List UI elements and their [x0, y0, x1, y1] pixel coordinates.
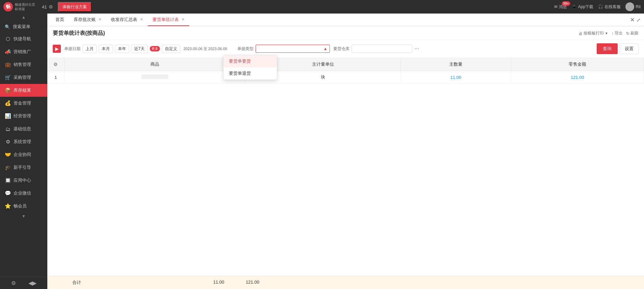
filter-type-wrapper: ▲ — [256, 45, 330, 53]
inventory-icon: 📦 — [5, 87, 11, 93]
sidebar-scroll-up[interactable]: ▲ — [0, 14, 47, 21]
tab-batch[interactable]: 库存批次账 ✕ — [69, 14, 106, 26]
table-gear-icon[interactable]: ⚙ — [53, 62, 58, 67]
tab-home[interactable]: 首页 — [51, 14, 69, 26]
dropdown-item-order[interactable]: 要货单要货 — [223, 55, 277, 67]
online-service-btn[interactable]: 🎧 在线客服 — [598, 4, 621, 10]
wechat-icon: 💬 — [5, 190, 11, 196]
printer-icon: 🖨 — [578, 31, 582, 36]
page-title-bar: 要货单统计表(按商品) 🖨 按模板打印 ▼ ↑ 导出 ↻ 刷新 — [47, 26, 644, 40]
footer-total-quantity: 11.00 — [204, 280, 234, 286]
user-avatar[interactable]: Rit — [625, 2, 641, 11]
tab-summary-close[interactable]: ✕ — [140, 17, 143, 22]
avatar — [625, 2, 634, 11]
tab-order-stats-close[interactable]: ✕ — [182, 17, 185, 22]
data-table: ⚙ 商品 主计量单位 主数量 零售金额 1 — [47, 58, 644, 84]
sidebar-bottom: ⚙ ◀▶ — [0, 277, 47, 289]
filter-custom-btn[interactable]: 自定义 — [162, 45, 180, 53]
tab-bar-expand-icon[interactable]: ⤢ — [637, 17, 641, 23]
sidebar-item-wechat[interactable]: 💬 企业微信 — [0, 187, 47, 200]
type-dropdown: 要货单要货 要货单退货 — [223, 55, 277, 80]
filter-7days-btn[interactable]: 近7天 — [131, 45, 148, 53]
print-template-btn[interactable]: 🖨 按模板打印 ▼ — [578, 30, 608, 36]
sidebar-item-apps[interactable]: 🔲 应用中心 — [0, 174, 47, 187]
export-icon: ↑ — [612, 31, 614, 36]
sidebar-item-guide[interactable]: 🎓 新手引导 — [0, 161, 47, 174]
sidebar-item-member[interactable]: ⭐ 畅会员 — [0, 200, 47, 213]
footer-cells: 合计 11.00 121.00 — [51, 280, 640, 286]
tab-batch-close[interactable]: ✕ — [98, 17, 101, 22]
cell-quantity: 11.00 — [401, 71, 511, 84]
sidebar-item-finance[interactable]: 💰 资金管理 — [0, 97, 47, 110]
cell-product — [64, 71, 245, 84]
page-area: 要货单统计表(按商品) 🖨 按模板打印 ▼ ↑ 导出 ↻ 刷新 — [47, 26, 644, 289]
filter-warehouse-label: 要货仓库 — [333, 46, 350, 52]
col-product: 商品 — [64, 58, 245, 71]
app-download-btn[interactable]: 📱 App下载 — [572, 4, 593, 10]
sidebar-item-system[interactable]: ⚙ 系统管理 — [0, 135, 47, 148]
sidebar-item-quick-nav[interactable]: ⬡ 快捷导航 — [0, 32, 47, 45]
filter-this-month-btn[interactable]: 本月 — [99, 45, 113, 53]
tab-order-stats[interactable]: 要货单统计表 ✕ — [148, 14, 189, 26]
sidebar-scroll-down[interactable]: ▼ — [0, 213, 47, 220]
sidebar-item-purchase[interactable]: 🛒 采购管理 — [0, 71, 47, 84]
tab-summary[interactable]: 收发存汇总表 ✕ — [106, 14, 148, 26]
sidebar-item-sales[interactable]: 💼 销售管理 — [0, 58, 47, 71]
refresh-icon: ↻ — [626, 31, 629, 36]
filter-more-btn[interactable]: ··· — [414, 46, 419, 52]
filter-last-month-btn[interactable]: 上月 — [82, 45, 97, 53]
sidebar-search[interactable]: 🔍 搜索菜单 — [0, 21, 47, 32]
col-quantity: 主数量 — [401, 58, 511, 71]
quick-nav-icon: ⬡ — [5, 36, 11, 42]
system-icon: ⚙ — [5, 139, 11, 145]
table-header-row: ⚙ 商品 主计量单位 主数量 零售金额 — [47, 58, 644, 71]
filter-warehouse-input[interactable] — [352, 45, 412, 53]
settings-btn[interactable]: 设置 — [620, 43, 639, 54]
top-header-right: ✉ 消息 99+ 📱 App下载 🎧 在线客服 Rit — [554, 2, 641, 11]
quantity-link[interactable]: 11.00 — [450, 75, 461, 80]
tab-bar-close-icon[interactable]: ✕ — [630, 17, 635, 23]
filter-more-date-badge[interactable]: 更多 — [150, 46, 160, 51]
finance-icon: 💰 — [5, 100, 11, 106]
filter-expand-btn[interactable]: ▶ — [53, 45, 61, 53]
table-row: 1 块 11.00 121.00 — [47, 71, 644, 84]
sidebar: ▲ 🔍 搜索菜单 ⬡ 快捷导航 📣 营销推广 💼 销售管理 🛒 采购管理 📦 库… — [0, 14, 47, 289]
filter-date-range-section: 2023-05-06 至 2023-06-06 — [184, 46, 228, 51]
export-btn[interactable]: ↑ 导出 — [612, 30, 623, 36]
amount-link[interactable]: 121.00 — [571, 75, 584, 80]
sidebar-item-inventory[interactable]: 📦 库存核算 — [0, 84, 47, 97]
sidebar-toggle-icon[interactable]: ◀▶ — [28, 280, 37, 286]
trial-btn[interactable]: 体验行业方案 — [58, 2, 92, 12]
member-icon: ⭐ — [5, 203, 11, 209]
guide-icon: 🎓 — [5, 164, 11, 171]
filter-this-year-btn[interactable]: 本年 — [115, 45, 129, 53]
table-wrapper: ⚙ 商品 主计量单位 主数量 零售金额 1 — [47, 58, 644, 276]
col-settings[interactable]: ⚙ — [47, 58, 64, 71]
filter-bar: ▶ 单据日期 上月 本月 本年 近7天 更多 自定义 2023-05-06 至 … — [47, 40, 644, 58]
purchase-icon: 🛒 — [5, 74, 11, 81]
query-btn[interactable]: 查询 — [597, 43, 618, 54]
sales-icon: 💼 — [5, 62, 11, 68]
message-badge: 99+ — [562, 1, 570, 6]
footer-total-amount: 121.00 — [237, 280, 268, 286]
sidebar-item-marketing[interactable]: 📣 营销推广 — [0, 45, 47, 58]
top-settings-icon[interactable]: ⚙ — [49, 4, 53, 9]
filter-type-input[interactable] — [256, 45, 330, 53]
page-title-actions: 🖨 按模板打印 ▼ ↑ 导出 ↻ 刷新 — [578, 30, 639, 36]
sidebar-settings-icon[interactable]: ⚙ — [11, 280, 16, 286]
dropdown-item-return[interactable]: 要货单退货 — [223, 67, 277, 80]
tab-bar: 首页 库存批次账 ✕ 收发存汇总表 ✕ 要货单统计表 ✕ ✕ ⤢ — [47, 14, 644, 26]
message-btn[interactable]: ✉ 消息 99+ — [554, 4, 567, 10]
table-footer: 合计 11.00 121.00 — [47, 276, 644, 289]
footer-total-label: 合计 — [68, 280, 170, 286]
filter-date-label: 单据日期 — [64, 46, 80, 52]
print-dropdown-icon: ▼ — [605, 31, 608, 35]
filter-date-section: 单据日期 上月 本月 本年 近7天 更多 自定义 — [64, 45, 180, 53]
cell-no: 1 — [47, 71, 64, 84]
sidebar-item-enterprise[interactable]: 🤝 企业协同 — [0, 148, 47, 161]
sidebar-item-operations[interactable]: 📊 经营管理 — [0, 110, 47, 123]
download-icon: 📱 — [572, 4, 577, 9]
refresh-btn[interactable]: ↻ 刷新 — [626, 30, 639, 36]
marketing-icon: 📣 — [5, 49, 11, 55]
sidebar-item-basic[interactable]: 🗂 基础信息 — [0, 123, 47, 135]
